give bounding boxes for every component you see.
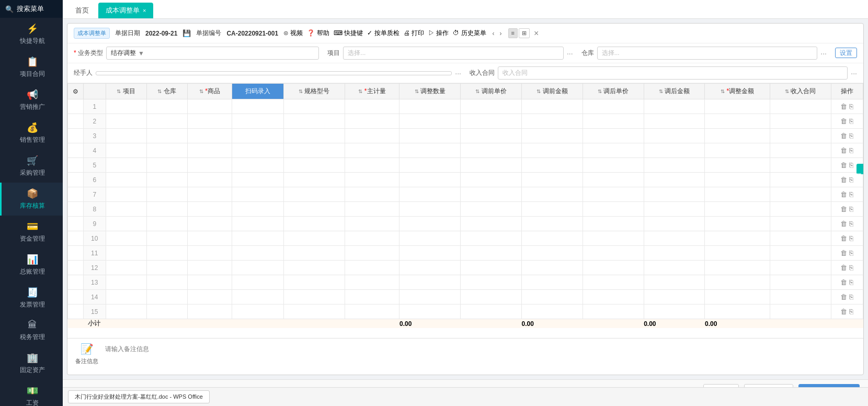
sidebar-item-project-contract[interactable]: 📋 项目合同 [0, 51, 63, 84]
row-after-amount[interactable] [644, 246, 705, 261]
row-unit[interactable] [345, 290, 399, 304]
row-warehouse[interactable] [146, 202, 187, 217]
row-warehouse[interactable] [146, 99, 187, 114]
row-copy-icon[interactable]: ⎘ [849, 234, 853, 242]
row-unit[interactable] [345, 261, 399, 275]
row-project[interactable] [106, 231, 146, 246]
row-after-price[interactable] [583, 187, 644, 202]
row-adjust-amount[interactable] [705, 129, 770, 143]
row-after-price[interactable] [583, 114, 644, 129]
notes-input[interactable] [105, 343, 857, 362]
row-after-price[interactable] [583, 290, 644, 304]
row-delete-icon[interactable]: 🗑 [840, 176, 847, 184]
row-spec[interactable] [283, 158, 345, 173]
col-project[interactable]: ⇅ 项目 [106, 84, 146, 99]
row-product[interactable] [187, 129, 232, 143]
row-income-contract[interactable] [770, 217, 831, 231]
row-project[interactable] [106, 99, 146, 114]
sidebar-search[interactable]: 🔍 搜索菜单 [0, 0, 63, 18]
row-income-contract[interactable] [770, 187, 831, 202]
row-before-price[interactable] [461, 158, 522, 173]
warehouse-more-icon[interactable]: ··· [820, 49, 827, 58]
row-before-amount[interactable] [522, 129, 583, 143]
row-before-amount[interactable] [522, 114, 583, 129]
row-unit[interactable] [345, 275, 399, 290]
row-before-amount[interactable] [522, 143, 583, 158]
sidebar-item-finance[interactable]: 💳 资金管理 [0, 216, 63, 249]
row-spec[interactable] [283, 99, 345, 114]
row-after-price[interactable] [583, 217, 644, 231]
row-adjust-amount[interactable] [705, 246, 770, 261]
shortcut-btn[interactable]: ⌨ 快捷键 [334, 29, 363, 38]
col-after-amount[interactable]: ⇅ 调后金额 [644, 84, 705, 99]
history-btn[interactable]: ⏱ 历史菜单 [453, 29, 486, 38]
row-scan-input[interactable] [232, 129, 283, 143]
side-panel-toggle[interactable]: 展开 [856, 164, 864, 174]
row-adjust-amount[interactable] [705, 158, 770, 173]
row-project[interactable] [106, 114, 146, 129]
row-before-amount[interactable] [522, 99, 583, 114]
list-view-icon[interactable]: ≡ [508, 28, 518, 38]
row-adjust-qty[interactable] [399, 290, 461, 304]
row-before-amount[interactable] [522, 217, 583, 231]
row-after-amount[interactable] [644, 173, 705, 187]
col-before-price[interactable]: ⇅ 调前单价 [461, 84, 522, 99]
row-delete-icon[interactable]: 🗑 [840, 293, 847, 301]
row-after-price[interactable] [583, 231, 644, 246]
col-adjust-amount[interactable]: ⇅ *调整金额 [705, 84, 770, 99]
row-scan-input[interactable] [232, 187, 283, 202]
tab-home[interactable]: 首页 [68, 3, 96, 18]
row-product[interactable] [187, 143, 232, 158]
row-after-amount[interactable] [644, 217, 705, 231]
row-after-price[interactable] [583, 143, 644, 158]
row-adjust-amount[interactable] [705, 261, 770, 275]
row-adjust-amount[interactable] [705, 187, 770, 202]
row-project[interactable] [106, 129, 146, 143]
row-scan-input[interactable] [232, 114, 283, 129]
row-after-amount[interactable] [644, 129, 705, 143]
row-copy-icon[interactable]: ⎘ [849, 117, 853, 125]
row-adjust-amount[interactable] [705, 217, 770, 231]
row-product[interactable] [187, 304, 232, 319]
row-warehouse[interactable] [146, 158, 187, 173]
row-unit[interactable] [345, 187, 399, 202]
row-warehouse[interactable] [146, 217, 187, 231]
row-delete-icon[interactable]: 🗑 [840, 234, 847, 242]
row-delete-icon[interactable]: 🗑 [840, 146, 847, 154]
row-copy-icon[interactable]: ⎘ [849, 161, 853, 169]
row-adjust-amount[interactable] [705, 275, 770, 290]
row-scan-input[interactable] [232, 304, 283, 319]
row-adjust-qty[interactable] [399, 158, 461, 173]
row-before-price[interactable] [461, 275, 522, 290]
col-before-amount[interactable]: ⇅ 调前金额 [522, 84, 583, 99]
sidebar-item-marketing[interactable]: 📢 营销推广 [0, 84, 63, 117]
row-spec[interactable] [283, 143, 345, 158]
row-project[interactable] [106, 202, 146, 217]
row-copy-icon[interactable]: ⎘ [849, 190, 853, 198]
row-adjust-qty[interactable] [399, 187, 461, 202]
row-after-amount[interactable] [644, 275, 705, 290]
row-product[interactable] [187, 114, 232, 129]
row-scan-input[interactable] [232, 231, 283, 246]
taskbar-item[interactable]: 木门行业好业财处理方案-墓红红.doc - WPS Office [68, 390, 210, 403]
row-after-amount[interactable] [644, 187, 705, 202]
row-adjust-amount[interactable] [705, 143, 770, 158]
row-delete-icon[interactable]: 🗑 [840, 264, 847, 272]
row-after-price[interactable] [583, 261, 644, 275]
row-delete-icon[interactable]: 🗑 [840, 190, 847, 198]
row-adjust-qty[interactable] [399, 99, 461, 114]
row-adjust-amount[interactable] [705, 290, 770, 304]
row-scan-input[interactable] [232, 275, 283, 290]
row-copy-icon[interactable]: ⎘ [849, 176, 853, 184]
row-income-contract[interactable] [770, 129, 831, 143]
row-warehouse[interactable] [146, 290, 187, 304]
sidebar-item-payroll[interactable]: 💵 工资 [0, 380, 63, 406]
row-scan-input[interactable] [232, 261, 283, 275]
row-before-price[interactable] [461, 99, 522, 114]
sidebar-item-ledger[interactable]: 📊 总账管理 [0, 249, 63, 281]
row-before-amount[interactable] [522, 202, 583, 217]
row-product[interactable] [187, 290, 232, 304]
operate-btn[interactable]: ▷ 操作 [428, 29, 449, 38]
row-adjust-qty[interactable] [399, 173, 461, 187]
row-scan-input[interactable] [232, 99, 283, 114]
